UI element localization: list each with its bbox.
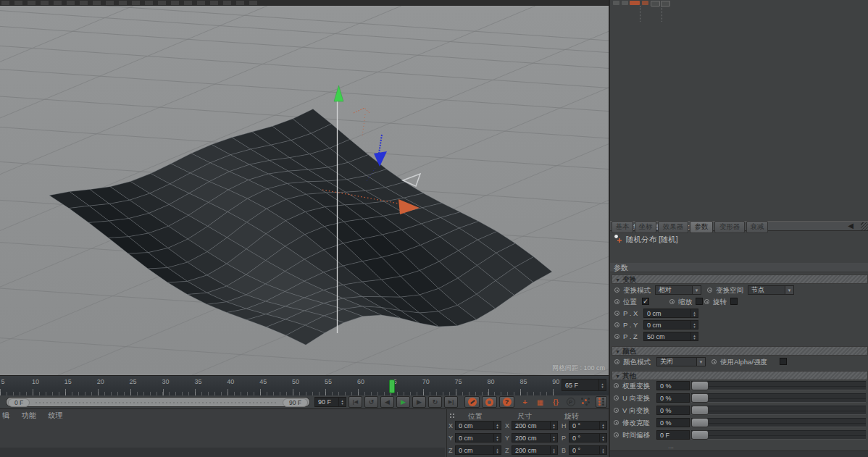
scale-checkbox[interactable] xyxy=(696,298,703,305)
current-frame-field[interactable]: 65 F ▴▾ xyxy=(562,379,606,391)
weight-transform-knob[interactable] xyxy=(691,381,709,390)
record-scale-toggle[interactable]: ▦ xyxy=(534,396,546,408)
anim-dot-icon[interactable] xyxy=(614,359,619,364)
om-object-icon[interactable] xyxy=(642,1,648,5)
om-icon[interactable] xyxy=(613,1,619,5)
modify-clone-knob[interactable] xyxy=(691,418,709,427)
transform-mode-dropdown[interactable]: 相对▼ xyxy=(655,285,701,295)
record-pla-toggle[interactable] xyxy=(579,396,591,408)
record-keyframe-button[interactable] xyxy=(464,396,480,408)
anim-dot-icon[interactable] xyxy=(707,288,712,293)
current-frame-spinner[interactable]: ▴▾ xyxy=(598,380,606,390)
anim-dot-icon[interactable] xyxy=(614,408,619,413)
v-transform-knob[interactable] xyxy=(691,406,709,415)
time-offset-knob[interactable] xyxy=(691,430,709,440)
tab-falloff[interactable]: 衰减 xyxy=(746,221,768,233)
color-mode-dropdown[interactable]: 关闭▼ xyxy=(656,357,706,366)
end-frame-spinner[interactable]: ▴▾ xyxy=(338,398,346,406)
range-track[interactable] xyxy=(36,402,276,403)
modify-clone-field[interactable]: 0 % xyxy=(656,418,690,427)
size-x-field[interactable]: 200 cm▴▾ xyxy=(512,421,558,430)
anim-dot-icon[interactable] xyxy=(614,299,619,304)
end-frame-field[interactable]: 90 F ▴▾ xyxy=(314,397,346,407)
anim-dot-icon[interactable] xyxy=(669,299,675,304)
om-object-icon[interactable] xyxy=(630,1,640,5)
anim-dot-icon[interactable] xyxy=(704,299,709,304)
record-parameter-toggle[interactable]: P xyxy=(564,396,577,408)
timeline-ruler[interactable]: 51015202530354045505560657075808590 65 F… xyxy=(0,375,609,395)
anim-dot-icon[interactable] xyxy=(614,322,619,327)
position-x-field[interactable]: 0 cm▴▾ xyxy=(455,421,501,430)
current-frame-value[interactable]: 65 F xyxy=(562,382,598,389)
u-transform-field[interactable]: 0 % xyxy=(656,393,690,403)
group-transform[interactable]: ▼变换 xyxy=(612,274,868,284)
py-field[interactable]: 0 cm▴▾ xyxy=(643,320,698,330)
time-offset-track[interactable] xyxy=(691,430,866,440)
u-transform-track[interactable] xyxy=(691,393,866,403)
viewport-3d[interactable]: 网格间距 : 100 cm xyxy=(0,6,609,375)
goto-start-button[interactable]: |◀ xyxy=(349,396,362,408)
keyframe-selection-button[interactable]: ? xyxy=(499,396,514,408)
anim-dot-icon[interactable] xyxy=(614,311,619,316)
weight-transform-field[interactable]: 0 % xyxy=(656,381,690,390)
anim-dot-icon[interactable] xyxy=(614,334,619,339)
size-y-field[interactable]: 200 cm▴▾ xyxy=(512,433,558,443)
om-icon[interactable] xyxy=(622,1,628,5)
modify-clone-track[interactable] xyxy=(691,418,866,427)
autokey-button[interactable] xyxy=(482,396,497,408)
time-offset-field[interactable]: 0 F xyxy=(656,430,690,440)
panel-grip-icon[interactable] xyxy=(449,413,455,419)
menu-function[interactable]: 功能 xyxy=(22,411,36,419)
rotation-p-field[interactable]: 0 °▴▾ xyxy=(569,433,607,443)
rotation-h-field[interactable]: 0 °▴▾ xyxy=(569,421,607,430)
panel-resize-icon[interactable] xyxy=(861,222,868,230)
record-rotation-toggle[interactable]: { } xyxy=(549,396,562,408)
panel-collapse-icon[interactable]: ◀ xyxy=(848,222,854,230)
position-y-field[interactable]: 0 cm▴▾ xyxy=(455,433,501,443)
preview-range-slider[interactable]: 0 F 90 F xyxy=(6,397,310,407)
anim-dot-icon[interactable] xyxy=(614,420,619,425)
size-z-field[interactable]: 200 cm▴▾ xyxy=(512,445,558,455)
menu-texture[interactable]: 纹理 xyxy=(49,411,63,419)
tab-effector[interactable]: 效果器 xyxy=(658,221,688,233)
prev-key-button[interactable]: ↺ xyxy=(364,396,378,408)
tab-deformer[interactable]: 变形器 xyxy=(714,221,745,233)
range-start-handle[interactable]: 0 F xyxy=(8,398,30,407)
transform-space-dropdown[interactable]: 节点▼ xyxy=(748,285,794,295)
anim-dot-icon[interactable] xyxy=(614,395,619,401)
u-transform-knob[interactable] xyxy=(691,393,709,403)
anim-dot-icon[interactable] xyxy=(711,359,717,364)
end-frame-value[interactable]: 90 F xyxy=(315,398,338,406)
terrain-mesh[interactable] xyxy=(49,109,552,345)
om-icon[interactable] xyxy=(651,1,660,7)
rotation-checkbox[interactable] xyxy=(730,298,738,305)
group-color[interactable]: ▼颜色 xyxy=(612,346,868,356)
record-position-toggle[interactable]: + xyxy=(519,396,531,408)
position-z-field[interactable]: 0 cm▴▾ xyxy=(455,445,501,455)
menu-edit[interactable]: 辑 xyxy=(2,411,9,419)
next-frame-button[interactable]: ▶ xyxy=(412,396,426,408)
anim-dot-icon[interactable] xyxy=(614,288,619,293)
v-transform-track[interactable] xyxy=(691,406,866,415)
timeline-playhead[interactable] xyxy=(389,380,395,393)
tab-coord[interactable]: 坐标 xyxy=(635,221,656,233)
weight-transform-track[interactable] xyxy=(691,381,866,390)
y-axis-arrow-icon[interactable] xyxy=(334,85,343,101)
px-field[interactable]: 0 cm▴▾ xyxy=(643,309,698,318)
v-transform-field[interactable]: 0 % xyxy=(656,406,690,415)
prev-frame-button[interactable]: ◀ xyxy=(380,396,394,408)
tab-parameter[interactable]: 参数 xyxy=(690,221,713,233)
tab-basic[interactable]: 基本 xyxy=(612,221,633,233)
range-end-handle[interactable]: 90 F xyxy=(283,398,308,407)
anim-dot-icon[interactable] xyxy=(614,432,619,437)
play-button[interactable]: ▶ xyxy=(396,396,410,408)
anim-dot-icon[interactable] xyxy=(614,383,619,388)
goto-end-button[interactable]: ▶| xyxy=(444,396,458,408)
solo-scheme-button[interactable] xyxy=(596,396,607,408)
group-other[interactable]: ▼其他 xyxy=(612,371,868,380)
next-key-button[interactable]: ↻ xyxy=(428,396,442,408)
rotation-b-field[interactable]: 0 °▴▾ xyxy=(569,445,607,455)
position-checkbox[interactable]: ✓ xyxy=(642,298,649,305)
pz-field[interactable]: 50 cm▴▾ xyxy=(643,332,698,341)
use-alpha-checkbox[interactable] xyxy=(780,358,787,365)
